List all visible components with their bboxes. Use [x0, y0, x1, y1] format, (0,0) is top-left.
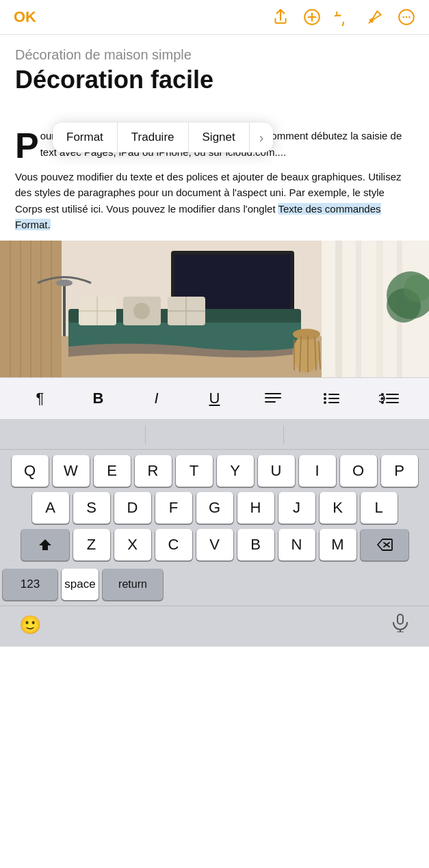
key-row-2: A S D F G H J K L — [3, 492, 426, 524]
svg-point-36 — [293, 329, 320, 340]
key-z[interactable]: Z — [73, 529, 110, 560]
pin-icon[interactable] — [366, 8, 384, 26]
key-i[interactable]: I — [299, 455, 336, 487]
key-row-3: Z X C V B N M — [3, 529, 426, 560]
svg-rect-33 — [63, 282, 66, 336]
svg-point-29 — [133, 303, 150, 319]
italic-button[interactable]: I — [143, 385, 170, 412]
key-y[interactable]: Y — [217, 455, 254, 487]
suggestion-divider-left — [145, 425, 146, 444]
key-x[interactable]: X — [114, 529, 151, 560]
key-l[interactable]: L — [361, 492, 398, 524]
add-icon[interactable] — [303, 8, 321, 26]
svg-point-7 — [408, 16, 411, 18]
key-f[interactable]: F — [155, 492, 192, 524]
keyboard-rows: Q W E R T Y U I O P A S D F G H J K L — [0, 450, 429, 569]
keyboard-area: Q W E R T Y U I O P A S D F G H J K L — [0, 420, 429, 647]
room-image-container — [0, 241, 429, 377]
indent-button[interactable]: + — [376, 385, 403, 412]
toolbar-icons — [272, 8, 415, 26]
keyboard-bottom-row: 123 space return — [0, 569, 429, 606]
body-paragraph: Vous pouvez modifier du texte et des pol… — [15, 169, 414, 232]
numbers-key[interactable]: 123 — [3, 569, 57, 600]
svg-point-5 — [402, 16, 404, 18]
svg-rect-64 — [398, 614, 403, 624]
context-menu: Format Traduire Signet › — [53, 122, 273, 152]
key-b[interactable]: B — [237, 529, 274, 560]
svg-rect-18 — [356, 241, 361, 377]
key-t[interactable]: T — [176, 455, 213, 487]
top-toolbar: OK — [0, 0, 429, 35]
context-menu-more[interactable]: › — [250, 122, 274, 152]
backspace-key[interactable] — [361, 529, 408, 560]
key-q[interactable]: Q — [12, 455, 49, 487]
key-r[interactable]: R — [135, 455, 172, 487]
highlight-text: Texte des commandes Format. — [15, 203, 381, 230]
document-area: Décoration de maison simple Décoration f… — [0, 35, 429, 377]
document-title: Décoration facile — [15, 66, 414, 94]
context-menu-format[interactable]: Format — [53, 122, 118, 152]
key-o[interactable]: O — [340, 455, 377, 487]
context-menu-wrapper: Format Traduire Signet › P our démarrer,… — [15, 128, 414, 162]
context-menu-bookmark[interactable]: Signet — [189, 122, 250, 152]
align-button[interactable] — [259, 385, 287, 412]
key-h[interactable]: H — [237, 492, 274, 524]
key-row-1: Q W E R T Y U I O P — [3, 455, 426, 487]
share-icon[interactable] — [272, 8, 289, 26]
key-e[interactable]: E — [94, 455, 131, 487]
return-key[interactable]: return — [103, 569, 163, 600]
svg-rect-19 — [376, 241, 383, 377]
key-u[interactable]: U — [258, 455, 295, 487]
microphone-icon[interactable] — [391, 613, 410, 637]
key-c[interactable]: C — [155, 529, 192, 560]
svg-point-6 — [406, 16, 408, 18]
list-button[interactable] — [317, 385, 345, 412]
document-subtitle: Décoration de maison simple — [15, 47, 414, 63]
suggestion-divider-right — [283, 425, 284, 444]
key-j[interactable]: J — [278, 492, 315, 524]
format-toolbar: ¶ B I U + — [0, 377, 429, 420]
keyboard-suggestions — [0, 420, 429, 450]
svg-point-50 — [324, 401, 326, 404]
key-k[interactable]: K — [320, 492, 356, 524]
space-key[interactable]: space — [62, 569, 99, 600]
svg-point-34 — [56, 280, 73, 286]
key-p[interactable]: P — [381, 455, 418, 487]
more-icon[interactable] — [398, 8, 415, 26]
paragraph-style-button[interactable]: ¶ — [27, 385, 54, 412]
svg-rect-17 — [335, 241, 342, 377]
undo-icon[interactable] — [335, 8, 352, 26]
key-a[interactable]: A — [32, 492, 69, 524]
svg-point-49 — [324, 397, 326, 400]
bottom-bar: 🙂 — [0, 606, 429, 647]
ok-button[interactable]: OK — [14, 8, 36, 26]
svg-point-48 — [324, 393, 326, 396]
context-menu-translate[interactable]: Traduire — [118, 122, 189, 152]
bold-button[interactable]: B — [85, 385, 112, 412]
drop-cap: P — [15, 131, 39, 162]
key-d[interactable]: D — [114, 492, 151, 524]
key-s[interactable]: S — [73, 492, 110, 524]
key-n[interactable]: N — [278, 529, 315, 560]
underline-button[interactable]: U — [201, 385, 229, 412]
key-v[interactable]: V — [196, 529, 233, 560]
key-m[interactable]: M — [320, 529, 356, 560]
emoji-icon[interactable]: 🙂 — [19, 614, 41, 636]
key-w[interactable]: W — [53, 455, 90, 487]
shift-key[interactable] — [21, 529, 69, 560]
key-g[interactable]: G — [196, 492, 233, 524]
svg-text:+: + — [380, 396, 383, 403]
